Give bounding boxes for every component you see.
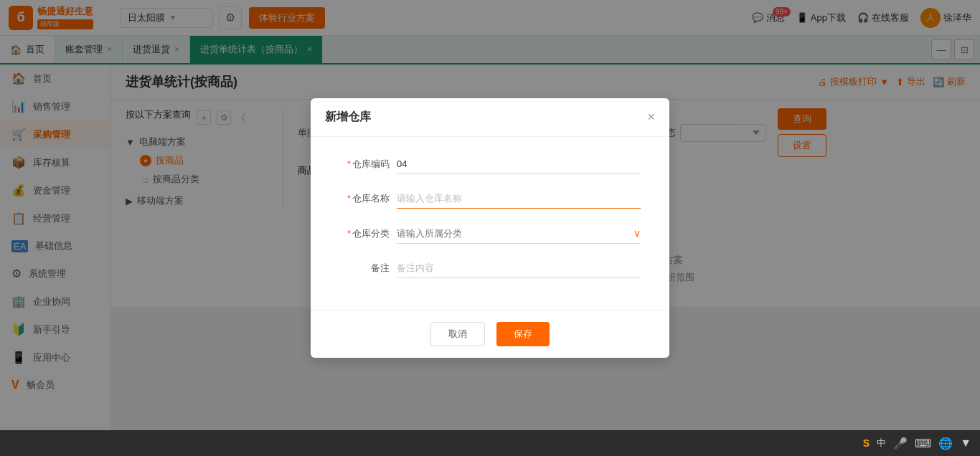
modal-body: 仓库编码 仓库名称 仓库分类 ∨ 备注 [311,137,669,310]
modal-close-icon[interactable]: × [647,110,655,125]
code-input[interactable] [397,154,641,174]
category-dropdown-icon: ∨ [633,227,641,239]
toolbar-icon[interactable]: ▼ [960,437,971,450]
form-row-name: 仓库名称 [339,189,641,209]
remark-label: 备注 [339,262,390,275]
keyboard-icon[interactable]: ⌨ [915,437,931,450]
modal-footer: 取消 保存 [311,310,669,358]
cancel-button[interactable]: 取消 [430,322,485,346]
save-button[interactable]: 保存 [496,322,550,346]
remark-input[interactable] [397,258,641,278]
form-row-code: 仓库编码 [339,154,641,174]
mic-icon[interactable]: 🎤 [893,437,908,450]
modal-title: 新增仓库 [325,110,371,125]
form-row-remark: 备注 [339,258,641,278]
globe-icon[interactable]: 🌐 [938,437,953,450]
category-select-row[interactable]: ∨ [397,223,641,244]
form-row-category: 仓库分类 ∨ [339,223,641,244]
category-input[interactable] [397,228,633,239]
category-label: 仓库分类 [339,227,390,240]
bottom-bar: S 中 🎤 ⌨ 🌐 ▼ [0,430,980,456]
add-warehouse-modal: 新增仓库 × 仓库编码 仓库名称 仓库分类 ∨ [311,98,669,358]
modal-header: 新增仓库 × [311,98,669,137]
modal-overlay: 新增仓库 × 仓库编码 仓库名称 仓库分类 ∨ [0,0,980,456]
code-label: 仓库编码 [339,158,390,171]
name-label: 仓库名称 [339,192,390,205]
shurufa-icon[interactable]: S [863,437,870,449]
name-input[interactable] [397,189,641,209]
shurufa-label[interactable]: 中 [877,437,886,450]
